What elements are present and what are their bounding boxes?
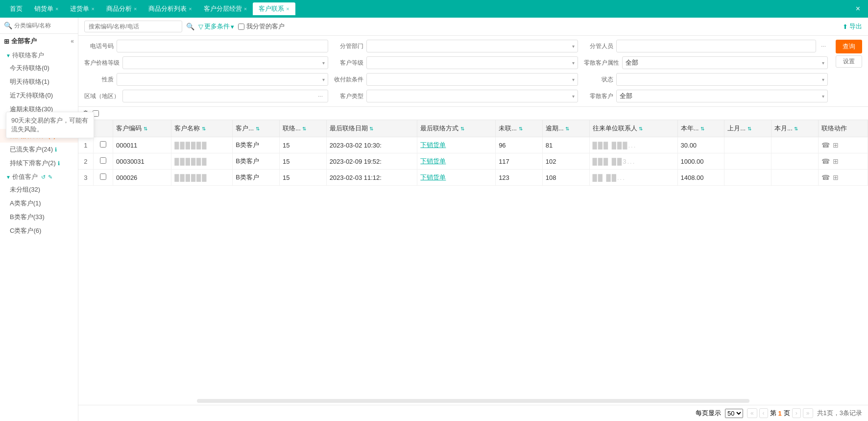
dept-field: 分管部门 ▾ (334, 40, 578, 52)
price-level-select[interactable]: ▾ (122, 56, 328, 69)
next-page-btn[interactable]: › (792, 408, 801, 418)
chevron-nature-icon: ▾ (322, 77, 325, 82)
row-2-num: 2 (78, 153, 93, 170)
row-2-more-icon[interactable]: ⊞ (833, 157, 839, 165)
edit-icon[interactable]: ✎ (48, 174, 52, 180)
close-customer-layer-tab[interactable]: × (244, 6, 247, 12)
row-2-method-link[interactable]: 下销货单 (420, 157, 446, 165)
my-customers-checkbox[interactable] (238, 24, 244, 30)
info-icon-2: ℹ (55, 147, 57, 153)
sidebar-search-input[interactable] (14, 22, 78, 29)
tab-customer-layer[interactable]: 客户分层经营 × (198, 2, 253, 15)
dept-select[interactable]: ▾ (366, 40, 578, 52)
close-analysis-list-tab[interactable]: × (189, 6, 192, 12)
chevron-zero-cust-icon: ▾ (822, 94, 824, 99)
tab-analysis[interactable]: 商品分析 × (100, 2, 143, 15)
sidebar-search-icon[interactable]: 🔍 (4, 22, 12, 29)
customer-level-field: 客户等级 ▾ (334, 56, 578, 69)
region-select[interactable]: ··· (122, 90, 328, 102)
close-purchase-tab[interactable]: × (91, 6, 94, 12)
payment-select[interactable]: ▾ (366, 73, 578, 86)
prev-page-btn[interactable]: ‹ (759, 408, 768, 418)
sidebar-item-today[interactable]: 今天待联络(0) (0, 61, 78, 75)
more-conditions-btn[interactable]: ▽ 更多条件 ▾ (198, 22, 234, 31)
customer-type-select[interactable]: ▾ (366, 90, 578, 102)
first-page-btn[interactable]: « (747, 408, 757, 418)
region-ellipsis-btn[interactable]: ··· (316, 92, 325, 100)
col-this-year[interactable]: 本年... ⇅ (677, 120, 724, 137)
group-value-customers[interactable]: ▼ 价值客户 ↺ ✎ (0, 170, 78, 183)
tab-customer-contact[interactable]: 客户联系 × (253, 2, 295, 15)
sidebar-item-tomorrow[interactable]: 明天待联络(1) (0, 75, 78, 89)
row-3-method-link[interactable]: 下销货单 (420, 173, 446, 181)
close-sales-tab[interactable]: × (55, 6, 58, 12)
tab-purchase[interactable]: 进货单 × (64, 2, 100, 15)
sidebar-item-declining[interactable]: 持续下滑客户(2) ℹ (0, 156, 78, 170)
row-3-contact2: ██ ██... (589, 170, 677, 186)
search-submit-icon[interactable]: 🔍 (186, 23, 194, 30)
col-last-method[interactable]: 最后联络方式 ⇅ (417, 120, 496, 137)
horizontal-scrollbar[interactable] (197, 399, 749, 403)
query-button[interactable]: 查询 (836, 40, 862, 53)
last-page-btn[interactable]: » (803, 408, 813, 418)
col-contact2[interactable]: 往来单位联系人 ⇅ (589, 120, 677, 137)
row-2-phone-icon[interactable]: ☎ (821, 157, 830, 165)
group-pending-contact[interactable]: ▼ 待联络客户 (0, 49, 78, 61)
close-customer-contact-tab[interactable]: × (286, 6, 289, 12)
row-1-phone-icon[interactable]: ☎ (821, 141, 830, 149)
chevron-level-icon: ▾ (572, 60, 575, 66)
status-select[interactable]: ▾ (616, 73, 828, 86)
col-this-month[interactable]: 本月... ⇅ (771, 120, 818, 137)
col-overdue[interactable]: 逾期... ⇅ (542, 120, 589, 137)
col-code[interactable]: 客户编码 ⇅ (113, 120, 171, 137)
close-analysis-tab[interactable]: × (134, 6, 137, 12)
row-2-checkbox[interactable] (100, 157, 106, 164)
table-header-row: 客户编码 ⇅ 客户名称 ⇅ 客户... ⇅ 联络... (78, 120, 868, 137)
row-1-checkbox[interactable] (100, 141, 106, 148)
col-type[interactable]: 客户... ⇅ (233, 120, 280, 137)
row-3-phone-icon[interactable]: ☎ (821, 173, 830, 181)
sidebar-collapse-icon[interactable]: « (71, 38, 74, 45)
row-1-contact: 15 (279, 137, 326, 153)
row-1-more-icon[interactable]: ⊞ (833, 141, 839, 149)
sidebar-item-class-c[interactable]: C类客户(6) (0, 224, 78, 238)
col-name[interactable]: 客户名称 ⇅ (171, 120, 233, 137)
tab-sales[interactable]: 销货单 × (28, 2, 64, 15)
page-label: 页 (784, 409, 790, 418)
sidebar-item-class-b[interactable]: B类客户(33) (0, 210, 78, 224)
table-row: 3 000026 ██████ B类客户 15 2023-02-03 11:12… (78, 170, 868, 186)
zero-customer-select[interactable]: 全部 ▾ (616, 90, 828, 102)
col-no-contact[interactable]: 未联... ⇅ (496, 120, 543, 137)
sidebar-item-class-a[interactable]: A类客户(1) (0, 197, 78, 210)
nature-select[interactable]: ▾ (117, 73, 328, 86)
tab-analysis-list[interactable]: 商品分析列表 × (143, 2, 197, 15)
customer-level-select[interactable]: ▾ (366, 56, 578, 69)
row-1-method-link[interactable]: 下销货单 (420, 141, 446, 149)
refresh-icon[interactable]: ↺ (41, 174, 46, 180)
tab-home[interactable]: 首页 (4, 2, 28, 15)
col-contact[interactable]: 联络... ⇅ (279, 120, 326, 137)
col-last-date[interactable]: 最后联络日期 ⇅ (326, 120, 417, 137)
sidebar-item-churned[interactable]: 已流失客户(24) ℹ (0, 143, 78, 156)
all-customers-header[interactable]: ⊞ 全部客户 « (0, 34, 78, 49)
sidebar-item-7days[interactable]: 近7天待联络(0) (0, 89, 78, 102)
phone-input[interactable] (117, 40, 328, 52)
sidebar-item-ungrouped[interactable]: 未分组(32) (0, 183, 78, 197)
my-customers-checkbox-label[interactable]: 我分管的客户 (238, 22, 285, 31)
row-2-this-year: 1000.00 (677, 153, 724, 170)
person-input[interactable] (616, 40, 816, 52)
zero-attr-select[interactable]: 全部 ▾ (622, 56, 828, 69)
export-button[interactable]: ⬆ 导出 (843, 22, 862, 31)
settings-button[interactable]: 设置 (836, 55, 862, 68)
current-page: 1 (778, 410, 782, 417)
per-page-select[interactable]: 50 (725, 409, 743, 418)
search-input[interactable] (84, 21, 182, 32)
row-3-more-icon[interactable]: ⊞ (833, 173, 839, 181)
col-last-month[interactable]: 上月... ⇅ (724, 120, 772, 137)
row-1-type: B类客户 (233, 137, 280, 153)
row-3-last-date: 2023-02-03 11:12: (326, 170, 417, 186)
row-3-checkbox[interactable] (100, 173, 106, 180)
close-all-button[interactable]: × (852, 4, 864, 13)
per-page-label: 每页显示 (696, 409, 721, 418)
person-ellipsis-btn[interactable]: ··· (819, 42, 828, 50)
